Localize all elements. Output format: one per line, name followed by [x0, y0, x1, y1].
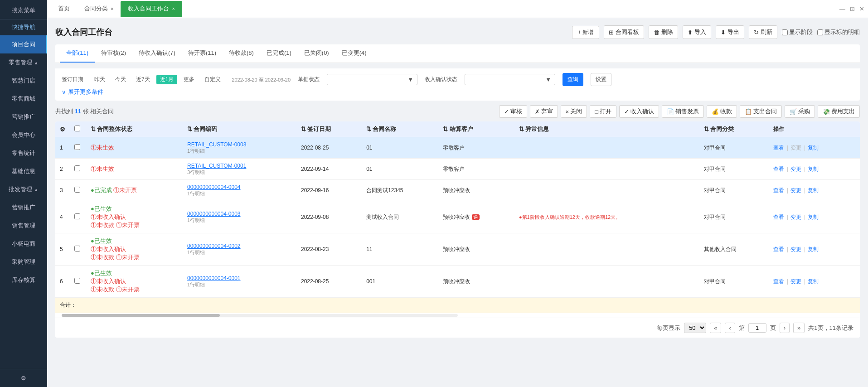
income-confirm-select[interactable]: ▼	[465, 74, 555, 85]
copy-btn[interactable]: 复制	[808, 145, 819, 151]
sidebar-search[interactable]: 搜索菜单	[0, 0, 47, 19]
query-button[interactable]: 查询	[563, 73, 583, 86]
sidebar-item-project-contract[interactable]: 项目合同	[0, 35, 47, 53]
expense-out-button[interactable]: 💸 费用支出	[818, 105, 860, 118]
show-detail-input[interactable]	[817, 29, 823, 35]
date-opt-yesterday[interactable]: 昨天	[91, 75, 109, 84]
tab-home[interactable]: 首页	[51, 1, 77, 17]
contract-code-link[interactable]: 0000000000004-0002	[187, 243, 240, 249]
sidebar-item-sales-mgmt[interactable]: 销售管理	[0, 217, 47, 235]
prev-page-button[interactable]: ‹	[725, 323, 735, 333]
close-contract-button[interactable]: × 关闭	[561, 105, 587, 118]
change-btn[interactable]: 变更	[790, 278, 801, 285]
sidebar-settings[interactable]: ⚙	[0, 369, 47, 387]
show-stage-input[interactable]	[782, 29, 788, 35]
refresh-button[interactable]: ↻ 刷新	[749, 25, 777, 39]
sub-tab-completed[interactable]: 已完成(1)	[260, 44, 298, 63]
per-page-select[interactable]: 50	[684, 323, 706, 333]
new-button[interactable]: + 新增	[572, 26, 599, 39]
close-window-icon[interactable]: ✕	[859, 5, 864, 12]
gear-settings-icon[interactable]: ⚙	[60, 126, 65, 133]
contract-code-link[interactable]: RETAIL_CUSTOM-0003	[187, 141, 246, 148]
row-checkbox[interactable]	[74, 246, 80, 252]
change-btn[interactable]: 变更	[790, 214, 801, 220]
date-opt-1month[interactable]: 近1月	[156, 75, 178, 84]
tab-close-icon[interactable]: ×	[111, 6, 113, 11]
import-button[interactable]: ⬆ 导入	[683, 25, 711, 39]
date-opt-custom[interactable]: 自定义	[201, 75, 224, 84]
sidebar-nav[interactable]: 快捷导航	[0, 19, 47, 35]
view-btn[interactable]: 查看	[773, 278, 784, 285]
kanban-button[interactable]: ⊞ 合同看板	[604, 25, 644, 39]
change-btn[interactable]: 变更	[790, 187, 801, 194]
sales-invoice-button[interactable]: 📄 销售发票	[662, 105, 704, 118]
row-checkbox[interactable]	[74, 278, 80, 284]
sidebar-item-purchase[interactable]: 采购管理	[0, 253, 47, 271]
row-checkbox[interactable]	[74, 187, 80, 193]
horizontal-scrollbar[interactable]	[55, 313, 860, 318]
view-btn[interactable]: 查看	[773, 166, 784, 172]
copy-btn[interactable]: 复制	[808, 214, 819, 220]
sidebar-item-wholesale[interactable]: 批发管理 ▲	[0, 180, 47, 198]
open-button[interactable]: □ 打开	[590, 105, 616, 118]
first-page-button[interactable]: «	[710, 323, 721, 333]
delete-button[interactable]: 🗑 删除	[649, 25, 678, 39]
collection-button[interactable]: 💰 收款	[707, 105, 737, 118]
maximize-icon[interactable]: ⊡	[850, 5, 855, 12]
view-btn[interactable]: 查看	[773, 145, 784, 151]
copy-btn[interactable]: 复制	[808, 246, 819, 252]
expense-contract-button[interactable]: 📋 支出合同	[740, 105, 782, 118]
contract-code-link[interactable]: RETAIL_CUSTOM-0001	[187, 163, 246, 169]
doc-status-select[interactable]: ▼	[327, 74, 417, 85]
date-opt-today[interactable]: 今天	[112, 75, 130, 84]
contract-code-link[interactable]: 0000000000004-0004	[187, 184, 240, 190]
view-btn[interactable]: 查看	[773, 214, 784, 220]
sidebar-item-inventory[interactable]: 库存核算	[0, 271, 47, 289]
sub-tab-changed[interactable]: 已变更(4)	[335, 44, 373, 63]
sub-tab-closed[interactable]: 已关闭(0)	[298, 44, 335, 63]
sidebar-item-marketing-2[interactable]: 营销推广	[0, 198, 47, 217]
date-opt-7days[interactable]: 近7天	[132, 75, 154, 84]
copy-btn[interactable]: 复制	[808, 187, 819, 194]
income-confirm-button[interactable]: ✓ 收入确认	[619, 105, 659, 118]
sidebar-item-basic-info[interactable]: 基础信息	[0, 162, 47, 180]
page-input[interactable]	[748, 323, 766, 333]
sub-tab-pending-review[interactable]: 待审核(2)	[95, 44, 132, 63]
row-checkbox[interactable]	[74, 165, 80, 171]
tab-contract-category[interactable]: 合同分类 ×	[77, 1, 121, 17]
settings-button[interactable]: 设置	[591, 73, 611, 86]
scrollbar-thumb[interactable]	[62, 314, 220, 317]
show-detail-checkbox[interactable]: 显示标的明细	[817, 28, 860, 36]
select-all-checkbox[interactable]	[74, 126, 80, 131]
copy-btn[interactable]: 复制	[808, 166, 819, 172]
expand-filter-btn[interactable]: ∨ 展开更多条件	[62, 88, 853, 96]
sidebar-item-marketing[interactable]: 营销推广	[0, 108, 47, 126]
contract-code-link[interactable]: 0000000000004-0003	[187, 211, 240, 217]
copy-btn[interactable]: 复制	[808, 278, 819, 285]
minimize-icon[interactable]: —	[839, 5, 845, 12]
view-btn[interactable]: 查看	[773, 246, 784, 252]
export-button[interactable]: ⬇ 导出	[716, 25, 744, 39]
contract-code-link[interactable]: 0000000000004-0001	[187, 275, 240, 281]
sub-tab-pending-invoice[interactable]: 待开票(11)	[182, 44, 223, 63]
purchase-button[interactable]: 🛒 采购	[785, 105, 815, 118]
show-stage-checkbox[interactable]: 显示阶段	[782, 28, 813, 36]
audit-button[interactable]: ✓ 审核	[499, 105, 527, 118]
view-btn[interactable]: 查看	[773, 187, 784, 194]
abandon-audit-button[interactable]: ✗ 弃审	[530, 105, 558, 118]
sidebar-item-retail-stats[interactable]: 零售统计	[0, 144, 47, 162]
sub-tab-pending-payment[interactable]: 待收款(8)	[223, 44, 260, 63]
next-page-button[interactable]: ›	[780, 323, 790, 333]
sidebar-item-retail-mall[interactable]: 零售商城	[0, 90, 47, 108]
sidebar-item-member-center[interactable]: 会员中心	[0, 126, 47, 144]
sidebar-item-retail-mgmt[interactable]: 零售管理 ▲	[0, 53, 47, 72]
row-checkbox[interactable]	[74, 144, 80, 150]
sub-tab-all[interactable]: 全部(11)	[60, 44, 95, 63]
sub-tab-pending-confirm[interactable]: 待收入确认(7)	[132, 44, 182, 63]
change-btn[interactable]: 变更	[790, 246, 801, 252]
last-page-button[interactable]: »	[793, 323, 805, 333]
change-btn[interactable]: 变更	[790, 166, 801, 172]
sidebar-item-ecommerce[interactable]: 小畅电商	[0, 235, 47, 253]
sidebar-item-smart-store[interactable]: 智慧门店	[0, 72, 47, 90]
tab-close-icon-active[interactable]: ×	[172, 6, 175, 11]
